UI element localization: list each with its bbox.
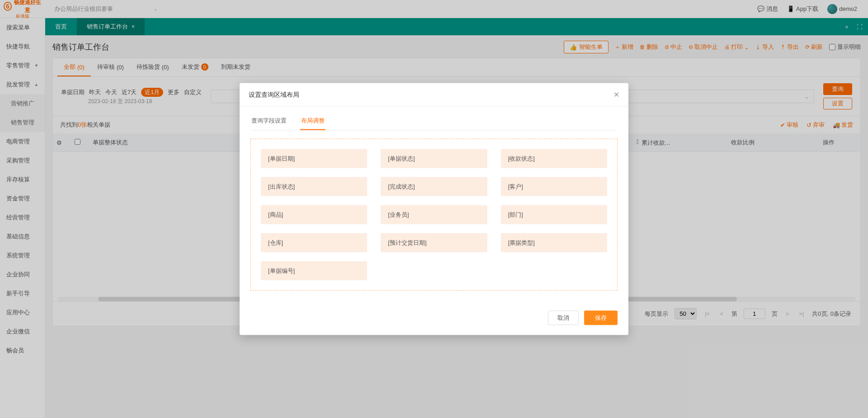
field-chip-status[interactable]: [单据状态] [381,149,487,168]
field-chip-invoice-type[interactable]: [票据类型] [501,233,607,252]
field-chip-salesperson[interactable]: [业务员] [381,205,487,224]
modal-tab-fields[interactable]: 查询字段设置 [250,114,288,130]
field-chip-customer[interactable]: [客户] [501,177,607,196]
layout-field-grid: [单据日期] [单据状态] [收款状态] [出库状态] [完成状态] [客户] … [250,139,618,291]
field-chip-payment-status[interactable]: [收款状态] [501,149,607,168]
field-chip-complete-status[interactable]: [完成状态] [381,177,487,196]
field-chip-product[interactable]: [商品] [261,205,367,224]
modal-close-button[interactable]: ✕ [613,90,619,99]
save-button[interactable]: 保存 [584,311,618,325]
field-chip-date[interactable]: [单据日期] [261,149,367,168]
modal-title: 设置查询区域布局 [249,90,299,99]
field-chip-outbound-status[interactable]: [出库状态] [261,177,367,196]
layout-settings-modal: 设置查询区域布局 ✕ 查询字段设置 布局调整 [单据日期] [单据状态] [收款… [240,83,628,335]
field-chip-doc-number[interactable]: [单据编号] [261,261,367,280]
field-chip-warehouse[interactable]: [仓库] [261,233,367,252]
field-chip-department[interactable]: [部门] [501,205,607,224]
field-chip-delivery-date[interactable]: [预计交货日期] [381,233,487,252]
cancel-button[interactable]: 取消 [548,311,579,325]
modal-tab-layout[interactable]: 布局调整 [300,114,326,130]
